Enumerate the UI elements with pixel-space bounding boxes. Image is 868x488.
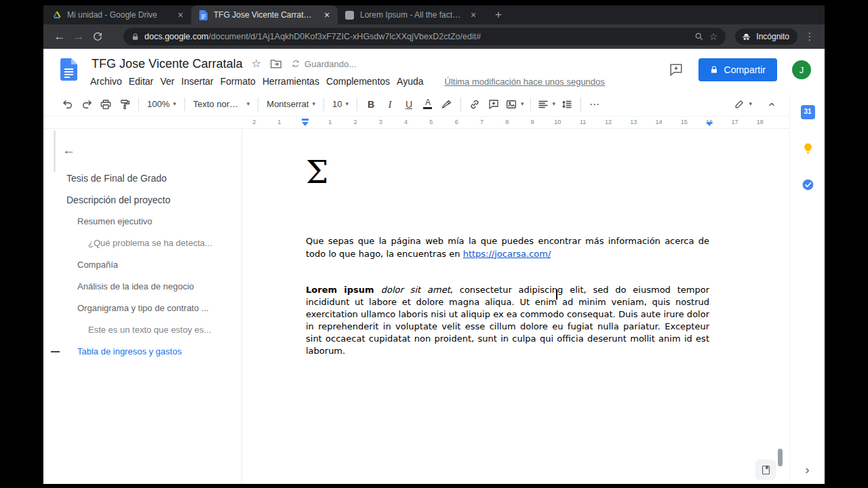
collapse-toolbar-button[interactable] [763, 96, 781, 113]
close-tab-icon[interactable]: × [175, 9, 186, 20]
explore-button[interactable] [755, 460, 776, 480]
paint-format-button[interactable] [116, 96, 134, 113]
paragraph-intro[interactable]: Que sepas que la página web mía la que p… [306, 235, 709, 260]
new-tab-button[interactable]: + [490, 6, 507, 24]
chevron-down-icon: ▾ [553, 101, 556, 107]
tab-title: Lorem Ipsum - All the facts - L... [360, 10, 462, 20]
url-bar[interactable]: docs.google.com/document/d/1Aj1AqkhD0Kof… [123, 28, 726, 45]
print-button[interactable] [97, 96, 115, 113]
outline-item[interactable]: ¿Qué problema se ha detecta... [43, 232, 241, 254]
saving-status: Guardando... [291, 59, 356, 69]
font-size-select[interactable]: 10 ▾ [328, 96, 353, 113]
paragraph-style-select[interactable]: Texto norm... ▾ [189, 96, 254, 113]
bold-button[interactable]: B [362, 96, 380, 113]
menu-editar[interactable]: Editar [129, 76, 154, 87]
tab-title: Mi unidad - Google Drive [67, 10, 170, 20]
outline-scrollbar[interactable] [54, 130, 56, 172]
docs-logo-icon[interactable] [60, 58, 78, 81]
menu-insertar[interactable]: Insertar [181, 76, 213, 87]
font-select[interactable]: Montserrat ▾ [262, 96, 319, 113]
outline-item[interactable]: Este es un texto que estoy es... [43, 319, 241, 341]
tab-strip: Mi unidad - Google Drive × TFG Jose Vice… [43, 5, 825, 24]
toolbar-separator [258, 98, 258, 111]
tasks-icon[interactable] [800, 176, 816, 192]
document-scrollbar-thumb[interactable] [778, 449, 783, 466]
font-size-value: 10 [332, 99, 342, 109]
close-tab-icon[interactable]: × [468, 9, 479, 20]
toolbar-separator [323, 98, 324, 111]
document-canvas[interactable]: Σ Que sepas que la página web mía la que… [242, 129, 789, 484]
lock-share-icon [710, 65, 718, 75]
ruler-left-numbers: 2 1 [241, 117, 292, 128]
outline-item[interactable]: Descripción del proyecto [43, 189, 241, 211]
insert-link-button[interactable] [466, 96, 484, 113]
url-path: /document/d/1Aj1AqkhD0Kof3xF7ZIC-xHGsdw7… [209, 32, 481, 41]
insert-image-button[interactable]: ▾ [503, 96, 526, 113]
toolbar-separator [530, 98, 531, 111]
menu-complementos[interactable]: Complementos [326, 76, 390, 87]
underline-button[interactable]: U [400, 96, 418, 113]
outline-item[interactable]: Resumen ejecutivo [43, 211, 241, 232]
editing-mode-button[interactable]: ▾ [732, 96, 754, 113]
add-comment-button[interactable] [485, 96, 502, 113]
menu-herramientas[interactable]: Herramientas [262, 76, 319, 87]
open-comments-icon[interactable] [669, 62, 684, 77]
calendar-icon[interactable]: 31 [800, 104, 816, 120]
outline-item[interactable]: Análisis de la idea de negocio [43, 276, 241, 298]
incognito-icon [741, 32, 751, 42]
bookmark-star-icon[interactable]: ☆ [709, 31, 718, 42]
keep-icon[interactable] [800, 140, 816, 157]
forward-icon[interactable]: → [69, 27, 88, 46]
menu-archivo[interactable]: Archivo [90, 76, 122, 87]
move-folder-icon[interactable] [270, 58, 282, 69]
browser-menu-icon[interactable]: ⋮ [802, 30, 818, 43]
doc-link[interactable]: https://jocarsa.com/ [463, 249, 551, 259]
menu-ayuda[interactable]: Ayuda [397, 76, 423, 87]
reload-icon[interactable] [88, 27, 107, 46]
left-indent-marker[interactable] [302, 122, 309, 126]
menu-bar: Archivo Editar Ver Insertar Formato Herr… [90, 75, 605, 87]
docs-favicon-icon [198, 10, 208, 20]
menu-formato[interactable]: Formato [220, 76, 256, 87]
paragraph-lorem[interactable]: Lorem ipsum dolor sit amet, consectetur … [306, 284, 709, 357]
italic-button[interactable]: I [381, 96, 399, 113]
line-spacing-button[interactable] [558, 96, 576, 113]
collapse-side-panel-icon[interactable]: › [790, 463, 825, 476]
header-actions: Compartir J [669, 58, 811, 82]
outline-item-current[interactable]: Tabla de ingresos y gastos [43, 341, 241, 363]
share-button[interactable]: Compartir [698, 58, 777, 81]
first-line-indent-marker[interactable] [302, 119, 309, 121]
account-avatar[interactable]: J [792, 60, 811, 79]
docs-toolbar: 100% ▾ Texto norm... ▾ Montserrat ▾ [43, 92, 789, 117]
tab-title: TFG Jose Vicente Carratala - ... [214, 10, 316, 20]
incognito-badge: Incógnito [735, 28, 797, 45]
text-color-button[interactable]: A [419, 96, 437, 113]
font-value: Montserrat [267, 99, 309, 109]
toolbar-separator [460, 98, 461, 111]
outline-item[interactable]: Tesis de Final de Grado [43, 167, 241, 189]
align-button[interactable]: ▾ [535, 96, 558, 113]
tab-tfg-document[interactable]: TFG Jose Vicente Carratala - ... × [191, 5, 338, 24]
right-indent-marker[interactable] [706, 122, 713, 126]
close-outline-icon[interactable]: ← [62, 144, 75, 157]
zoom-icon[interactable] [694, 32, 704, 41]
current-position-indicator [51, 351, 60, 352]
back-icon[interactable]: ← [50, 27, 69, 46]
redo-button[interactable] [78, 96, 96, 113]
last-modified-link[interactable]: Última modificación hace unos segundos [445, 77, 605, 87]
close-tab-icon[interactable]: × [321, 9, 332, 20]
zoom-select[interactable]: 100% ▾ [143, 96, 180, 113]
outline-item[interactable]: Organigrama y tipo de contrato ... [43, 298, 241, 319]
equation-sigma[interactable]: Σ [306, 156, 328, 188]
lock-icon [132, 33, 139, 41]
highlight-color-button[interactable] [438, 96, 456, 113]
document-title[interactable]: TFG Jose Vicente Carratala [92, 57, 243, 71]
tab-google-drive[interactable]: Mi unidad - Google Drive × [45, 5, 191, 24]
outline-item[interactable]: Compañía [43, 254, 241, 276]
menu-ver[interactable]: Ver [160, 76, 174, 87]
undo-button[interactable] [59, 96, 77, 113]
more-toolbar-button[interactable]: ⋯ [586, 96, 604, 113]
tab-lorem-ipsum[interactable]: Lorem Ipsum - All the facts - L... × [338, 5, 484, 24]
incognito-label: Incógnito [756, 32, 789, 41]
star-document-icon[interactable]: ☆ [252, 58, 261, 69]
